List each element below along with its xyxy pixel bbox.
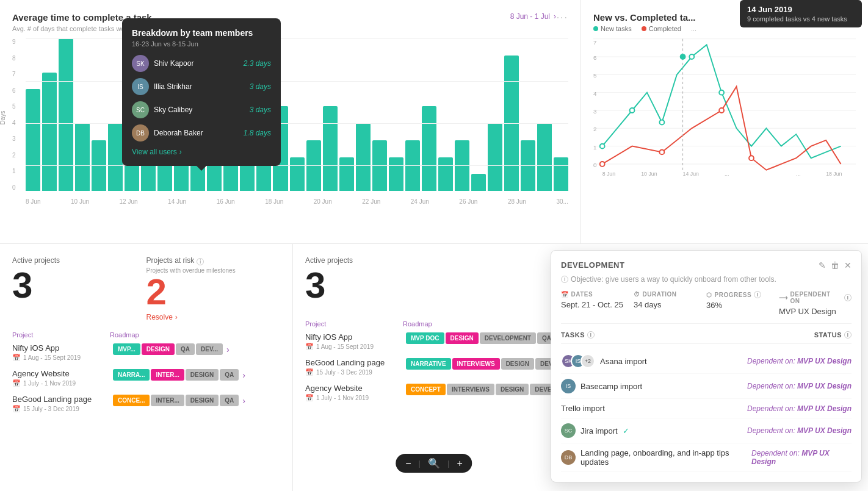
left-bottom-panel: Active projects 3 Projects at risk i Pro… (0, 244, 293, 491)
bar[interactable] (339, 157, 354, 192)
milestone-tag[interactable]: INTERVIEWS (447, 384, 494, 395)
milestone-tag[interactable]: CONCE... (113, 395, 150, 406)
zoom-divider: | (419, 459, 421, 468)
task-status: Dependent on: MVP UX Design (751, 449, 852, 466)
task-name: SK IS +2 Asana import (561, 354, 647, 368)
active-projects-label: Active projects (12, 256, 134, 265)
milestone-tag[interactable]: NARRA... (113, 369, 150, 381)
delete-icon[interactable]: 🗑 (831, 260, 839, 270)
bar[interactable] (323, 106, 338, 191)
edit-icon[interactable]: ✎ (819, 260, 826, 270)
milestone-tag[interactable]: DEV... (196, 343, 223, 355)
project-row-1-left: Nifty iOS App 📅 1 Aug - 15 Sept 2019 MVP… (12, 343, 280, 362)
more-milestones-arrow[interactable]: › (226, 345, 230, 354)
date-tooltip: 14 Jun 2019 9 completed tasks vs 4 new t… (740, 0, 862, 27)
main-container: Average time to complete a task Avg. # o… (0, 0, 868, 491)
zoom-search-button[interactable]: 🔍 (428, 457, 440, 469)
bar-chart-date-range[interactable]: 8 Jun - 1 Jul › (510, 12, 556, 21)
milestone-tag[interactable]: QA (220, 395, 239, 406)
bar[interactable] (356, 123, 371, 191)
bar-chart-menu[interactable]: ··· (557, 12, 568, 23)
project-row-3-left: BeGood Landing page 📅 15 July - 3 Dec 20… (12, 395, 280, 413)
dev-popup-description: i Objective: give users a way to quickly… (561, 275, 852, 284)
svg-point-29 (719, 108, 724, 113)
bar[interactable] (488, 123, 502, 191)
bar[interactable] (438, 157, 453, 192)
milestone-tag[interactable]: DEVELOPMENT (480, 332, 536, 344)
date-range-arrow[interactable]: › (554, 12, 556, 21)
active-projects-stat-right: Active projects 3 (305, 256, 580, 310)
at-risk-stat: Projects at risk i Projects with overdue… (146, 256, 281, 321)
milestone-tag[interactable]: INTER... (151, 369, 184, 381)
bar[interactable] (422, 106, 436, 191)
tooltip-member-2: IS Illia Strikhar 3 days (132, 78, 271, 95)
milestone-tag[interactable]: DESIGN (496, 384, 529, 395)
tasks-header: TASKS i STATUS i (561, 331, 852, 344)
tooltip-title: Breakdown by team members (132, 28, 271, 38)
meta-dependent: ⟶ DEPENDENT ON i MVP UX Design (779, 291, 852, 316)
svg-text:6: 6 (593, 54, 596, 61)
active-projects-stat: Active projects 3 (12, 256, 146, 321)
active-projects-label-right: Active projects (305, 256, 568, 265)
milestone-tag[interactable]: NARRATIVE (406, 358, 451, 370)
milestone-tag[interactable]: INTERVIEWS (452, 358, 500, 370)
member-avatar-4: DB (132, 124, 149, 142)
dependent-info-icon: i (844, 294, 852, 301)
bar[interactable] (26, 89, 40, 191)
bar[interactable] (290, 157, 305, 192)
milestone-tag[interactable]: DESIGN (142, 343, 175, 355)
milestone-tag[interactable]: QA (220, 369, 239, 381)
svg-text:3: 3 (593, 108, 596, 115)
more-milestones-arrow[interactable]: › (242, 370, 245, 380)
svg-point-32 (680, 54, 686, 60)
meta-dates-value: Sept. 21 - Oct. 25 (561, 300, 634, 309)
milestone-tag[interactable]: CONCEPT (406, 384, 446, 395)
bar[interactable] (75, 123, 90, 191)
zoom-divider-2: | (447, 459, 449, 468)
milestone-tag[interactable]: DESIGN (186, 395, 219, 406)
zoom-out-button[interactable]: − (405, 458, 411, 469)
status-info-icon: i (844, 331, 852, 339)
project-dates-right: 📅 1 July - 1 Nov 2019 (305, 394, 400, 402)
bar-chart-area: 0 1 2 3 4 5 6 7 8 9 Days (12, 38, 568, 209)
close-icon[interactable]: ✕ (844, 260, 852, 270)
project-name-right: Agency Website (305, 384, 400, 393)
bar[interactable] (471, 174, 486, 191)
at-risk-info-icon[interactable]: i (197, 258, 204, 265)
status-label: STATUS i (814, 331, 852, 339)
line-chart-panel: New vs. Completed ta... 8 Jun - ... › ··… (581, 0, 868, 243)
bar[interactable] (42, 73, 57, 192)
milestone-tag[interactable]: QA (176, 343, 195, 355)
bar[interactable] (59, 38, 73, 191)
milestone-tag[interactable]: DESIGN (446, 332, 479, 344)
bar[interactable] (537, 123, 552, 191)
zoom-in-button[interactable]: + (457, 458, 462, 469)
project-dates: 📅 1 Aug - 15 Sept 2019 (12, 354, 107, 362)
legend-completed-dot (642, 26, 646, 31)
milestone-tag[interactable]: DESIGN (186, 369, 219, 381)
line-chart-title: New vs. Completed ta... (593, 12, 696, 23)
meta-dates-label: 📅 DATES (561, 291, 634, 298)
bar[interactable] (554, 157, 568, 192)
tasks-info-icon: i (587, 331, 595, 339)
svg-text:7: 7 (593, 40, 596, 46)
milestone-tag[interactable]: MVP... (113, 343, 140, 355)
bar-chart-panel: Average time to complete a task Avg. # o… (0, 0, 581, 243)
bar[interactable] (389, 157, 403, 192)
task-avatar: IS (561, 379, 576, 393)
verified-check-icon: ✓ (623, 426, 629, 435)
milestone-tag[interactable]: DESIGN (501, 358, 534, 370)
meta-progress-label: ⬡ PROGRESS i (706, 291, 779, 298)
resolve-link[interactable]: Resolve › (146, 313, 269, 321)
view-all-users-link[interactable]: View all users › (132, 148, 271, 156)
milestone-tag[interactable]: INTER... (151, 395, 184, 406)
bar[interactable] (108, 123, 123, 191)
svg-text:18 Jun: 18 Jun (826, 171, 842, 177)
svg-point-30 (749, 156, 754, 160)
task-name: IS Basecamp import (561, 379, 642, 393)
project-roadmap: CONCE... INTER... DESIGN QA › (113, 395, 245, 406)
svg-text:0: 0 (593, 162, 597, 168)
milestone-tag[interactable]: MVP DOC (406, 332, 444, 344)
more-milestones-arrow[interactable]: › (242, 396, 245, 406)
svg-point-28 (659, 150, 664, 155)
